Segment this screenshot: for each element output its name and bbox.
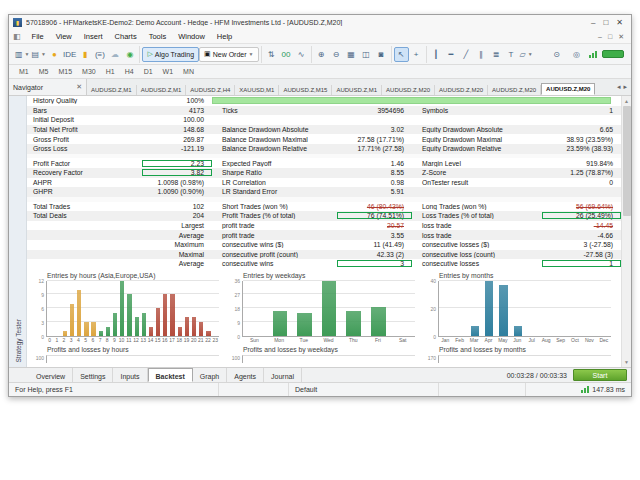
new-order-button[interactable]: ▣New Order▼ — [199, 47, 258, 62]
arrange-windows-icon[interactable]: ◫ — [359, 47, 374, 62]
text-icon[interactable]: T — [504, 47, 519, 62]
fibonacci-icon[interactable]: ≣ — [489, 47, 504, 62]
report-value: 46 (80.43%) — [337, 203, 412, 210]
timeframe-w1[interactable]: W1 — [159, 68, 178, 75]
tab-scroll-right-icon[interactable]: ▸ — [623, 83, 627, 91]
close-button[interactable]: ✕ — [616, 18, 623, 27]
shapes-icon[interactable]: ▱▼ — [519, 47, 534, 62]
chart-shift-icon[interactable]: (≡) — [92, 47, 107, 62]
timeframe-m1[interactable]: M1 — [15, 68, 33, 75]
start-button[interactable]: Start — [573, 369, 627, 381]
vertical-line-icon[interactable]: ┃ — [429, 47, 444, 62]
axis-tick-label: 0 — [433, 334, 436, 340]
community-icon[interactable]: ◉ — [122, 47, 137, 62]
chart-tab[interactable]: AUDUSD.Z,M20 — [541, 83, 595, 95]
bar — [77, 290, 81, 336]
profile-name[interactable]: Default — [289, 383, 439, 396]
menu-help[interactable]: Help — [211, 32, 238, 41]
maximize-button[interactable]: □ — [603, 18, 608, 27]
menu-insert[interactable]: Insert — [78, 32, 109, 41]
navigator-panel-header[interactable]: Navigator ✕ — [9, 79, 87, 95]
report-label: consecutive wins ($) — [212, 241, 337, 248]
report-label: Initial Deposit — [27, 116, 142, 123]
tester-tab-inputs[interactable]: Inputs — [113, 368, 147, 382]
cursor-icon[interactable]: ↖ — [394, 47, 409, 62]
menu-window[interactable]: Window — [172, 32, 211, 41]
bar — [199, 322, 203, 336]
child-restore-button[interactable]: □ — [608, 33, 612, 41]
tester-tab-settings[interactable]: Settings — [73, 368, 113, 382]
tile-windows-icon[interactable]: ▦ — [344, 47, 359, 62]
chart-tab[interactable]: AUDUSD.Z,M15 — [279, 85, 332, 95]
zigzag-icon[interactable]: ∿ — [294, 47, 309, 62]
tester-tab-backtest[interactable]: Backtest — [148, 368, 193, 382]
chart-tab[interactable]: AUDUSD.Z,M20 — [488, 85, 541, 95]
algo-trading-button[interactable]: ▷Algo Trading — [142, 47, 199, 62]
subchart-top-tick: 100 — [33, 355, 46, 361]
crosshair-icon[interactable]: + — [409, 47, 424, 62]
trendline-icon[interactable]: ╱ — [459, 47, 474, 62]
chart-tab[interactable]: AUDUSD.Z,M1 — [137, 85, 187, 95]
tester-tab-overview[interactable]: Overview — [29, 368, 73, 382]
bar — [120, 281, 124, 336]
timeframe-m15[interactable]: M15 — [54, 68, 76, 75]
minimize-button[interactable]: – — [591, 18, 595, 27]
horizontal-line-icon[interactable]: ━ — [444, 47, 459, 62]
mt5-window: ▮ 57018906 - HFMarketsKE-Demo2: Demo Acc… — [8, 14, 632, 397]
chart-window-icon[interactable]: ▥▼ — [14, 47, 31, 62]
menu-tools[interactable]: Tools — [143, 32, 173, 41]
profiles-icon[interactable]: ▤▼ — [31, 47, 48, 62]
menu-file[interactable]: File — [26, 32, 50, 41]
timeframe-h4[interactable]: H4 — [121, 68, 138, 75]
channel-icon[interactable]: ∥ — [474, 47, 489, 62]
coin-icon[interactable]: ● — [47, 47, 62, 62]
timeframe-h1[interactable]: H1 — [102, 68, 119, 75]
tester-tab-journal[interactable]: Journal — [264, 368, 302, 382]
zoom-in-icon[interactable]: ⊕ — [314, 47, 329, 62]
report-value: 1.46 — [337, 160, 412, 167]
axis-category-label: Sun — [242, 337, 267, 345]
chart-tab[interactable]: AUDUSD.Z,H4 — [186, 85, 235, 95]
strategy-tester-side-strip[interactable]: Strategy Tester — [9, 96, 27, 367]
report-row: GHPR1.0090 (0.90%)LR Standard Error5.91 — [27, 187, 621, 197]
axis-tick-label: 9 — [41, 292, 44, 298]
metaeditor-icon[interactable]: IDE — [62, 47, 77, 62]
tab-scroll-left-icon[interactable]: ◂ — [617, 83, 621, 91]
chart-tab[interactable]: AUDUSD.Z,M1 — [332, 85, 382, 95]
tester-tab-agents[interactable]: Agents — [227, 368, 264, 382]
search-icon[interactable]: ⊙ — [549, 47, 564, 62]
report-label: Balance Drawdown Maximal — [212, 136, 337, 143]
child-close-button[interactable]: ✕ — [618, 33, 624, 41]
chart-tab[interactable]: AUDUSD.Z,M20 — [435, 85, 488, 95]
axis-tick-label: 12 — [38, 278, 44, 284]
scroll-down-icon[interactable]: ▼ — [622, 357, 631, 367]
alerts-icon[interactable]: ◎ — [569, 47, 584, 62]
report-value: 102 — [142, 203, 212, 210]
zoom-out-icon[interactable]: ⊖ — [329, 47, 344, 62]
cloud-icon[interactable]: ☁ — [107, 47, 122, 62]
screenshot-icon[interactable]: ◙ — [374, 47, 389, 62]
close-icon[interactable]: ✕ — [76, 83, 82, 91]
menu-view[interactable]: View — [50, 32, 78, 41]
scrollbar-thumb[interactable] — [623, 106, 631, 216]
child-minimize-button[interactable]: – — [598, 33, 602, 41]
bar-slot — [126, 281, 133, 336]
chart-tab[interactable]: AUDUSD.Z,M1 — [87, 85, 137, 95]
timeframe-m5[interactable]: M5 — [35, 68, 53, 75]
report-value: 0 — [542, 179, 621, 186]
chart-tab[interactable]: AUDUSD.Z,M20 — [382, 85, 435, 95]
report-value: 3.82 — [142, 169, 212, 176]
report-value: 204 — [142, 212, 212, 219]
chart-tab[interactable]: XAUUSD,M1 — [235, 85, 279, 95]
scroll-up-icon[interactable]: ▲ — [622, 96, 631, 106]
lock-icon[interactable]: ▮ — [77, 47, 92, 62]
timeframe-mn[interactable]: MN — [179, 68, 198, 75]
tick-scale-icon[interactable]: ⇅ — [264, 47, 279, 62]
menu-charts[interactable]: Charts — [109, 32, 143, 41]
timeframe-d1[interactable]: D1 — [140, 68, 157, 75]
quotes-icon[interactable]: 00 — [279, 47, 294, 62]
timeframe-m30[interactable]: M30 — [78, 68, 100, 75]
vertical-scrollbar[interactable]: ▲ ▼ — [621, 96, 631, 367]
report-label: Recovery Factor — [27, 169, 142, 176]
tester-tab-graph[interactable]: Graph — [193, 368, 227, 382]
